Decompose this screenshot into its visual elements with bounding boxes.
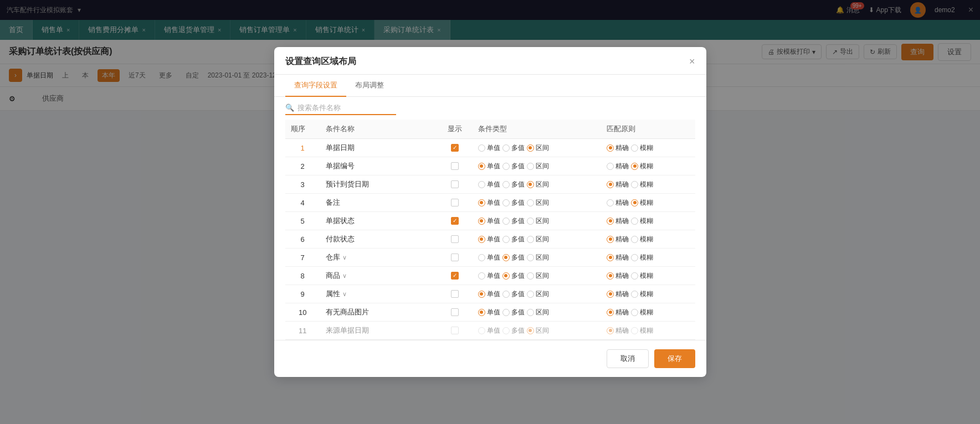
modal-overlay: 设置查询区域布局 × 查询字段设置 布局调整 🔍 顺序 (0, 0, 980, 111)
modal-tab-query-fields[interactable]: 查询字段设置 (285, 75, 346, 97)
modal-tab-layout-label: 布局调整 (355, 81, 384, 89)
modal-title: 设置查询区域布局 (285, 56, 356, 68)
search-wrap: 🔍 (285, 104, 396, 111)
settings-modal: 设置查询区域布局 × 查询字段设置 布局调整 🔍 顺序 (274, 47, 706, 111)
modal-tab-query-fields-label: 查询字段设置 (294, 81, 337, 89)
modal-tab-layout[interactable]: 布局调整 (346, 75, 393, 97)
modal-close-btn[interactable]: × (689, 56, 695, 68)
modal-tabs: 查询字段设置 布局调整 (274, 75, 706, 97)
search-input[interactable] (297, 104, 396, 111)
search-icon: 🔍 (285, 104, 294, 111)
modal-header: 设置查询区域布局 × (274, 47, 706, 75)
modal-search-area: 🔍 (274, 97, 706, 111)
